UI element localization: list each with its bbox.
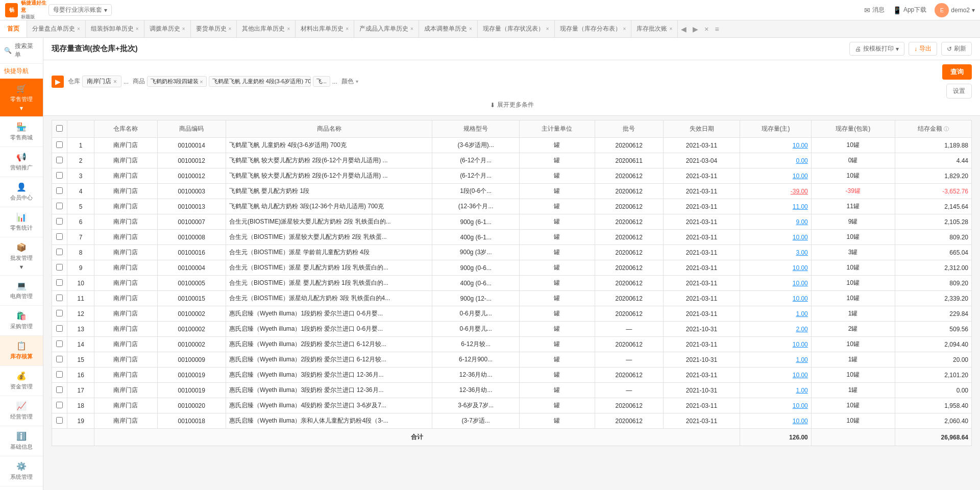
stock-main-link[interactable]: -39.00: [791, 188, 808, 195]
row-checkbox[interactable]: [56, 402, 63, 408]
tab-close-all-btn[interactable]: ×: [701, 25, 712, 33]
row-checkbox[interactable]: [56, 371, 63, 378]
tab-next-btn[interactable]: ▶: [690, 25, 701, 33]
stock-main-link[interactable]: 1.00: [796, 356, 807, 363]
stock-main-link[interactable]: 11.00: [793, 203, 808, 210]
row-checkbox[interactable]: [56, 417, 63, 424]
tab-split-inventory[interactable]: 分量盘点单历史 ×: [27, 20, 86, 38]
tab-search-order[interactable]: 调拨单历史 ×: [144, 20, 191, 38]
row-checkbox[interactable]: [56, 325, 63, 332]
tab-prev-btn[interactable]: ◀: [678, 25, 690, 33]
sidebar-item-operation[interactable]: 📈 经营管理: [0, 396, 43, 426]
tab-menu-btn[interactable]: ≡: [712, 25, 722, 33]
row-checkbox[interactable]: [56, 356, 63, 362]
stock-main-link[interactable]: 10.00: [793, 173, 808, 180]
tab-home[interactable]: 首页: [0, 20, 27, 38]
tab-other-out[interactable]: 其他出库单历史 ×: [237, 20, 296, 38]
tab-close-product[interactable]: ×: [410, 26, 413, 32]
tab-close-status[interactable]: ×: [546, 26, 549, 32]
sidebar-search[interactable]: 🔍 搜索菜单: [0, 38, 43, 64]
balance-info-icon[interactable]: ⓘ: [944, 126, 949, 132]
row-checkbox[interactable]: [56, 203, 63, 209]
product-tag-2[interactable]: 飞鹤星飞帆 儿童奶粉 4段(3-6岁适用) 700克 ×: [209, 76, 311, 87]
warehouse-filter-close[interactable]: ×: [113, 78, 117, 85]
row-checkbox[interactable]: [56, 264, 63, 271]
row-checkbox[interactable]: [56, 157, 63, 163]
query-btn[interactable]: 查询: [942, 64, 972, 80]
row-checkbox[interactable]: [56, 340, 63, 347]
warehouse-filter-tag[interactable]: 南岸门店 ×: [82, 76, 121, 87]
setting-btn[interactable]: 设置: [946, 84, 972, 99]
stock-main-link[interactable]: 3.00: [796, 249, 807, 256]
expand-more-btn[interactable]: ⬇ 展开更多条件: [490, 101, 534, 109]
sidebar-item-retail-shop[interactable]: 🏪 零售商城: [0, 117, 43, 147]
row-checkbox[interactable]: [56, 172, 63, 179]
sidebar-item-enterprise[interactable]: 🤝 企业协同: [0, 486, 43, 490]
product-tag-3[interactable]: 飞...: [313, 76, 330, 87]
tab-material-out[interactable]: 材料出库单历史 ×: [296, 20, 354, 38]
warehouse-filter-more[interactable]: ...: [124, 78, 129, 85]
sidebar-item-inventory[interactable]: 📋 库存核算: [0, 336, 43, 366]
export-btn[interactable]: ↓ 导出: [909, 42, 937, 56]
breadcrumb-selector[interactable]: 母婴行业演示账套 ▾: [48, 4, 112, 16]
sidebar-item-system[interactable]: ⚙️ 系统管理: [0, 456, 43, 486]
print-btn[interactable]: 🖨 按模板打印 ▾: [849, 42, 904, 56]
tab-stock-status[interactable]: 现存量（库存状况表）×: [478, 20, 555, 38]
stock-main-link[interactable]: 10.00: [793, 295, 808, 302]
refresh-btn[interactable]: ↺ 刷新: [941, 42, 972, 56]
sidebar-item-ecom[interactable]: 💻 电商管理: [0, 276, 43, 306]
row-checkbox[interactable]: [56, 141, 63, 148]
row-checkbox[interactable]: [56, 233, 63, 240]
row-checkbox[interactable]: [56, 295, 63, 301]
message-btn[interactable]: ✉ 消息: [864, 6, 885, 14]
stock-main-link[interactable]: 10.00: [793, 418, 808, 425]
stock-main-link[interactable]: 10.00: [793, 234, 808, 241]
filter-toggle-btn[interactable]: ▶: [52, 76, 64, 88]
stock-main-link[interactable]: 10.00: [793, 372, 808, 379]
row-checkbox[interactable]: [56, 386, 63, 393]
stock-main-link[interactable]: 10.00: [793, 280, 808, 287]
tab-disassemble[interactable]: 组装拆卸单历史 ×: [86, 20, 144, 38]
tab-close-cost[interactable]: ×: [469, 26, 472, 32]
row-checkbox[interactable]: [56, 279, 63, 286]
sidebar-item-retail-stat[interactable]: 📊 零售统计: [0, 207, 43, 237]
stock-main-link[interactable]: 10.00: [793, 264, 808, 272]
row-checkbox[interactable]: [56, 187, 63, 194]
row-checkbox[interactable]: [56, 310, 63, 316]
sidebar-item-member[interactable]: 👤 会员中心: [0, 177, 43, 207]
tab-require-order[interactable]: 要货单历史 ×: [191, 20, 237, 38]
tab-product-in[interactable]: 产成品入库单历史 ×: [354, 20, 419, 38]
stock-main-link[interactable]: 10.00: [793, 341, 808, 348]
tab-close-disassemble[interactable]: ×: [136, 26, 139, 32]
stock-main-link[interactable]: 2.00: [796, 326, 807, 333]
tab-close-search[interactable]: ×: [182, 26, 185, 32]
sidebar-item-marketing[interactable]: 📢 营销推广: [0, 147, 43, 177]
tab-close-other-out[interactable]: ×: [287, 26, 290, 32]
stock-main-link[interactable]: 1.00: [796, 310, 807, 317]
tab-close-material[interactable]: ×: [346, 26, 349, 32]
select-all-checkbox[interactable]: [56, 125, 63, 132]
sidebar-quicknav[interactable]: 快捷导航: [0, 64, 43, 79]
stock-main-link[interactable]: 9.00: [796, 218, 807, 226]
tab-close-require[interactable]: ×: [229, 26, 232, 32]
tab-close-split[interactable]: ×: [77, 26, 80, 32]
tab-batch-account[interactable]: 库存批次账 ×: [631, 20, 678, 38]
tab-stock-dist[interactable]: 现存量（库存分布表）×: [555, 20, 632, 38]
sidebar-item-retail[interactable]: 🛒 零售管理 ▼: [0, 79, 43, 117]
product-tag-1-close[interactable]: ×: [200, 79, 203, 85]
stock-main-link[interactable]: 10.00: [793, 402, 808, 409]
app-download-btn[interactable]: 📱 App下载: [893, 6, 926, 14]
sidebar-item-purchase[interactable]: 🛍️ 采购管理: [0, 306, 43, 336]
stock-main-link[interactable]: 0.00: [796, 157, 807, 164]
tab-close-batch[interactable]: ×: [669, 26, 672, 32]
stock-main-link[interactable]: 1.00: [796, 387, 807, 394]
sidebar-item-finance[interactable]: 💰 资金管理: [0, 366, 43, 396]
sidebar-item-basic[interactable]: ℹ️ 基础信息: [0, 426, 43, 456]
row-checkbox[interactable]: [56, 218, 63, 225]
sidebar-item-wholesale[interactable]: 📦 批发管理 ▼: [0, 237, 43, 276]
user-menu[interactable]: E demo2 ▾: [935, 3, 975, 17]
product-tag-1[interactable]: 飞鹤奶粉3段四罐装 ×: [147, 76, 207, 87]
tab-cost-adjust[interactable]: 成本调整单历史 ×: [419, 20, 478, 38]
stock-main-link[interactable]: 10.00: [793, 142, 808, 149]
product-filter-more[interactable]: ...: [332, 78, 337, 85]
